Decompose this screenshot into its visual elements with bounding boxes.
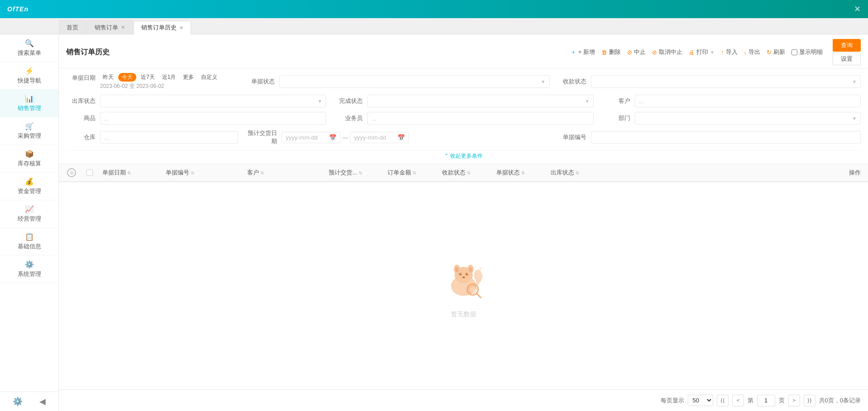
close-window-icon[interactable]: ✕ <box>854 4 861 14</box>
new-icon: ＋ <box>571 48 576 56</box>
tab-sales-order[interactable]: 销售订单 ✕ <box>87 20 133 34</box>
th-no[interactable]: 单据编号 ⇅ <box>162 169 244 177</box>
th-payment[interactable]: 收款状态 ⇅ <box>438 169 493 177</box>
query-button[interactable]: 查询 <box>833 39 861 52</box>
tab-home-label: 首页 <box>67 24 78 32</box>
sidebar-item-purchase-mgmt[interactable]: 🛒 采购管理 <box>0 117 58 145</box>
table-gear-icon: ⚙ <box>70 170 74 175</box>
finance-label: 资金管理 <box>18 187 41 195</box>
first-page-btn[interactable]: ⟨⟨ <box>717 395 729 406</box>
delete-button[interactable]: 🗑 删除 <box>601 48 621 56</box>
bill-status-select[interactable]: ▼ <box>279 75 550 88</box>
department-label: 部门 <box>601 114 635 122</box>
sidebar-item-search-menu[interactable]: 🔍 搜索菜单 <box>0 34 58 62</box>
th-amount[interactable]: 订单金额 ⇅ <box>384 169 438 177</box>
outbound-status-select[interactable]: ▼ <box>100 95 326 107</box>
th-outbound-sort-icon: ⇅ <box>575 170 579 175</box>
last-page-btn[interactable]: ⟩⟩ <box>804 395 815 406</box>
finance-icon: 💰 <box>25 177 34 186</box>
delivery-date-from-input[interactable]: yyyy-mm-dd 📅 <box>282 132 340 143</box>
tab-sales-order-history-close[interactable]: ✕ <box>179 25 183 31</box>
collapse-conditions-btn[interactable]: ⌃ 收起更多条件 <box>66 150 861 164</box>
month-btn[interactable]: 近1月 <box>159 73 179 82</box>
print-button[interactable]: 🖨 打印 ▼ <box>689 48 715 56</box>
bill-status-arrow-icon: ▼ <box>541 79 546 84</box>
complete-status-label: 完成状态 <box>333 97 367 105</box>
complete-status-select[interactable]: ▼ <box>367 95 593 107</box>
delivery-date-label: 预计交货日期 <box>245 129 282 145</box>
table-settings-col[interactable]: ⚙ <box>62 168 81 177</box>
delete-icon: 🗑 <box>601 49 607 56</box>
stop-button[interactable]: ⊘ 中止 <box>627 48 646 56</box>
select-all-checkbox[interactable] <box>86 169 93 176</box>
display-toggle[interactable]: 显示明细 <box>791 48 823 56</box>
tab-sales-order-history[interactable]: 销售订单历史 ✕ <box>134 21 191 34</box>
more-btn[interactable]: 更多 <box>180 73 197 82</box>
sales-mgmt-icon: 📊 <box>25 94 34 103</box>
sidebar-collapse-icon[interactable]: ◀ <box>39 396 46 406</box>
week-btn[interactable]: 近7天 <box>138 73 158 82</box>
prev-page-btn[interactable]: ＜ <box>732 395 744 406</box>
next-page-btn[interactable]: ＞ <box>788 395 800 406</box>
inventory-label: 库存核算 <box>18 160 41 168</box>
refresh-button[interactable]: ↻ 刷新 <box>767 48 785 56</box>
empty-illustration: ? ~ <box>439 253 489 303</box>
refresh-icon: ↻ <box>767 49 772 56</box>
sidebar-item-quick-nav[interactable]: ⚡ 快捷导航 <box>0 62 58 90</box>
th-no-sort-icon: ⇅ <box>191 170 194 175</box>
th-outbound[interactable]: 出库状态 ⇅ <box>547 169 601 177</box>
sidebar-item-sales-mgmt[interactable]: 📊 销售管理 <box>0 90 58 117</box>
warehouse-input[interactable]: ... <box>100 131 238 144</box>
product-input[interactable]: ... <box>100 112 326 125</box>
customer-input[interactable]: ... <box>635 95 861 107</box>
display-checkbox[interactable] <box>791 49 797 55</box>
th-date[interactable]: 单据日期 ⇅ <box>99 169 162 177</box>
sidebar-item-inventory[interactable]: 📦 库存核算 <box>0 145 58 173</box>
payment-status-select[interactable]: ▼ <box>591 75 861 88</box>
svg-point-7 <box>465 273 468 276</box>
yesterday-btn[interactable]: 昨天 <box>100 73 116 82</box>
page-input[interactable]: 1 <box>757 395 775 406</box>
tab-home[interactable]: 首页 <box>59 20 86 34</box>
page-title: 销售订单历史 <box>66 48 110 57</box>
brand-logo: OfTEn <box>7 5 29 13</box>
salesperson-label: 业务员 <box>333 114 367 122</box>
department-select[interactable]: ▼ <box>635 112 861 125</box>
search-menu-label: 搜索菜单 <box>18 49 41 57</box>
date-filter-label: 单据日期 <box>66 73 100 82</box>
svg-text:~: ~ <box>480 273 484 280</box>
delivery-date-to-input[interactable]: yyyy-mm-dd 📅 <box>350 132 409 143</box>
th-customer[interactable]: 客户 ⇅ <box>244 169 325 177</box>
quick-nav-label: 快捷导航 <box>18 77 41 85</box>
per-page-label: 每页显示 <box>661 396 684 405</box>
salesperson-input[interactable]: ... <box>367 112 593 125</box>
table-check-col[interactable] <box>81 169 99 176</box>
export-button[interactable]: ↓ 导出 <box>744 48 761 56</box>
today-btn[interactable]: 今天 <box>118 73 136 82</box>
th-amount-sort-icon: ⇅ <box>412 170 416 175</box>
per-page-select[interactable]: 10 20 50 100 <box>688 395 713 406</box>
sidebar-item-finance[interactable]: 💰 资金管理 <box>0 173 58 200</box>
import-icon: ↑ <box>721 49 724 56</box>
th-bill-status[interactable]: 单据状态 ⇅ <box>493 169 547 177</box>
bill-no-input[interactable] <box>591 131 861 144</box>
empty-text: 暂无数据 <box>451 310 476 319</box>
date-range-display: 2023-06-02 至 2023-06-02 <box>100 82 220 90</box>
bill-status-label: 单据状态 <box>245 77 279 86</box>
sidebar-item-basic-info[interactable]: 📋 基础信息 <box>0 228 58 256</box>
sidebar-item-operations[interactable]: 📈 经营管理 <box>0 200 58 228</box>
new-button[interactable]: ＋ + 新增 <box>571 48 595 56</box>
cancel-stop-button[interactable]: ⊘ 取消中止 <box>652 48 682 56</box>
page-label: 第 <box>748 396 753 405</box>
purchase-mgmt-label: 采购管理 <box>18 132 41 140</box>
settings-button[interactable]: 设置 <box>833 53 861 65</box>
svg-point-6 <box>459 273 462 276</box>
th-delivery[interactable]: 预计交货... ⇅ <box>325 169 384 177</box>
tab-sales-order-close[interactable]: ✕ <box>121 24 125 30</box>
quick-nav-icon: ⚡ <box>25 67 34 75</box>
sidebar-item-sys-mgmt[interactable]: ⚙️ 系统管理 <box>0 256 58 283</box>
custom-btn[interactable]: 自定义 <box>198 73 220 82</box>
sidebar-settings-icon[interactable]: ⚙️ <box>13 396 23 406</box>
page-suffix: 页 <box>779 396 785 405</box>
import-button[interactable]: ↑ 导入 <box>721 48 738 56</box>
